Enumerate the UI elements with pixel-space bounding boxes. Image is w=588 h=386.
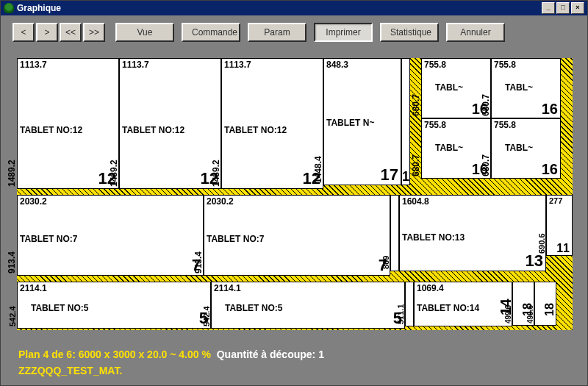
- sliver-r3: 511.1: [405, 282, 414, 326]
- piece-16d: 755.8 TABL~ 680.7 16: [491, 118, 561, 179]
- window-title: Graphique: [17, 3, 61, 13]
- piece-7b: 2030.2 TABLET NO:7 913.4 7: [204, 195, 390, 276]
- status-line-2: ZZZQQQ_TEST_MAT.: [18, 365, 122, 376]
- param-button[interactable]: Param: [248, 23, 306, 42]
- piece-13: 1604.8 TABLET NO:13 13: [399, 195, 546, 271]
- piece-18b: 499.6 18: [534, 282, 556, 326]
- piece-7a: 2030.2 TABLET NO:7 913.4 7: [17, 195, 204, 276]
- status-line-1: Plan 4 de 6: 6000 x 3000 x 20.0 ~ 4.00 %…: [18, 349, 324, 360]
- piece-12a: 1113.7 TABLET NO:12 1489.2 12: [17, 58, 119, 189]
- nav-last-button[interactable]: >>: [83, 23, 105, 42]
- piece-16b: 755.8 TABL~ 680.7 16: [491, 58, 561, 118]
- piece-11: 277 690.6 11: [546, 195, 573, 256]
- piece-12b: 1113.7 TABLET NO:12 1489.2 12: [119, 58, 221, 189]
- toolbar: < > << >> Vue Commande Param Imprimer St…: [1, 15, 587, 49]
- piece-17: 848.3 TABLET N~ 1448.4 17: [323, 58, 401, 185]
- piece-14: 1069.4 TABLET NO:14 14: [414, 282, 512, 326]
- minimize-button[interactable]: _: [542, 2, 555, 14]
- sliver-r2: 869: [390, 195, 399, 271]
- commande-button[interactable]: Commande: [182, 23, 240, 42]
- vue-button[interactable]: Vue: [115, 23, 174, 42]
- piece-5a: 2114.1 TABLET NO:5 542.4 5: [17, 282, 211, 329]
- sliver-r1: 1: [401, 58, 410, 185]
- title-bar: Graphique _ □ ×: [1, 1, 587, 15]
- piece-12c: 1113.7 TABLET NO:12 1489.2 12: [221, 58, 323, 189]
- imprimer-button[interactable]: Imprimer: [314, 23, 373, 42]
- maximize-button[interactable]: □: [556, 2, 570, 14]
- annuler-button[interactable]: Annuler: [446, 23, 505, 42]
- piece-5b: 2114.1 TABLET NO:5 542.4 5: [211, 282, 405, 329]
- close-button[interactable]: ×: [571, 2, 584, 14]
- nav-next-button[interactable]: >: [36, 23, 58, 42]
- app-icon: [4, 3, 14, 13]
- statistique-button[interactable]: Statistique: [380, 23, 439, 42]
- cut-plan-canvas: 1113.7 TABLET NO:12 1489.2 12 1113.7 TAB…: [17, 51, 573, 360]
- nav-first-button[interactable]: <<: [60, 23, 82, 42]
- nav-prev-button[interactable]: <: [12, 23, 35, 42]
